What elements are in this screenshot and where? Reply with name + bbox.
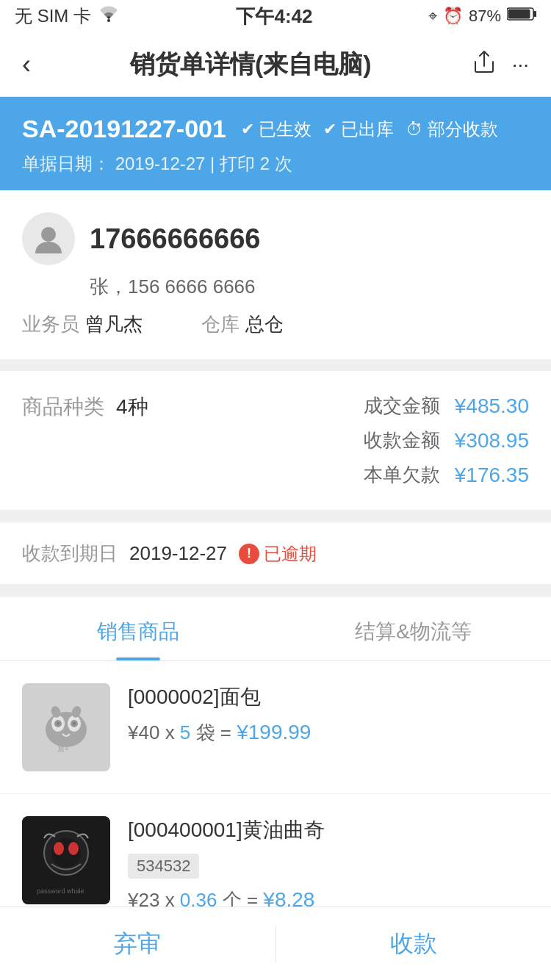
cancel-label: 弃审 xyxy=(114,930,161,956)
location-icon: ⌖ xyxy=(428,7,437,26)
share-button[interactable] xyxy=(471,48,497,80)
order-date: 2019-12-27 xyxy=(115,154,206,173)
stats-left: 商品种类 4种 xyxy=(22,393,148,421)
header-banner: SA-20191227-001 ✔ 已生效 ✔ 已出库 ⏱ 部分收款 单据日期：… xyxy=(0,97,551,190)
receive-amount-label: 收款金额 xyxy=(364,428,440,453)
status-tag-effective: ✔ 已生效 xyxy=(241,118,311,141)
battery-icon xyxy=(507,7,536,26)
battery-text: 87% xyxy=(469,7,501,26)
avatar xyxy=(22,212,75,265)
svg-point-10 xyxy=(57,722,60,725)
svg-rect-2 xyxy=(533,11,536,17)
product-qty-1: 5 xyxy=(180,721,190,743)
svg-point-18 xyxy=(54,842,64,855)
divider-2 xyxy=(0,510,551,522)
category-value: 4种 xyxy=(116,393,148,421)
product-image-1: 晨+ xyxy=(22,683,110,771)
category-label: 商品种类 xyxy=(22,393,104,421)
back-button[interactable]: ‹ xyxy=(22,49,31,80)
product-name-1: [0000002]面包 xyxy=(128,683,529,711)
divider-1 xyxy=(0,359,551,371)
overdue-icon: ! xyxy=(239,544,259,564)
svg-point-19 xyxy=(68,842,79,855)
due-date: 2019-12-27 xyxy=(129,542,227,565)
confirm-button[interactable]: 收款 xyxy=(276,910,552,978)
bottom-bar: 弃审 收款 xyxy=(0,907,551,980)
carrier-text: 无 SIM 卡 xyxy=(15,4,91,28)
alarm-icon: ⏰ xyxy=(443,7,463,26)
product-thumb-1: 晨+ xyxy=(22,683,110,771)
order-id: SA-20191227-001 xyxy=(22,115,226,143)
svg-point-0 xyxy=(107,19,110,22)
tab-sales-products[interactable]: 销售商品 xyxy=(0,597,276,660)
status-time: 下午4:42 xyxy=(236,4,312,29)
status-bar: 无 SIM 卡 下午4:42 ⌖ ⏰ 87% xyxy=(0,0,551,32)
print-info: | 打印 2 次 xyxy=(210,154,292,173)
warehouse-value: 总仓 xyxy=(245,311,284,337)
page-title: 销货单详情(来自电脑) xyxy=(130,48,372,82)
deal-amount-label: 成交金额 xyxy=(364,393,440,419)
stats-row: 商品种类 4种 成交金额 ¥485.30 收款金额 ¥308.95 本单欠款 ¥… xyxy=(22,393,529,488)
customer-section: 17666666666 张，156 6666 6666 业务员 曾凡杰 仓库 总… xyxy=(0,190,551,359)
tab-sales-label: 销售商品 xyxy=(97,620,179,643)
header-banner-bottom: 单据日期： 2019-12-27 | 打印 2 次 xyxy=(22,152,529,176)
check-icon-2: ✔ xyxy=(323,120,336,139)
stats-right: 成交金额 ¥485.30 收款金额 ¥308.95 本单欠款 ¥176.35 xyxy=(364,393,529,488)
deal-amount-value: ¥485.30 xyxy=(455,394,529,418)
receive-amount-item: 收款金额 ¥308.95 xyxy=(364,428,529,453)
nav-bar: ‹ 销货单详情(来自电脑) ··· xyxy=(0,32,551,97)
warehouse-label: 仓库 xyxy=(201,311,240,337)
due-section: 收款到期日 2019-12-27 ! 已逾期 xyxy=(0,523,551,584)
status-tags: ✔ 已生效 ✔ 已出库 ⏱ 部分收款 xyxy=(241,118,498,141)
nav-actions: ··· xyxy=(471,48,529,80)
product-unit-1: 袋 xyxy=(196,721,215,743)
divider-3 xyxy=(0,584,551,596)
product-info-1: [0000002]面包 ¥40 x 5 袋 = ¥199.99 xyxy=(128,683,529,746)
more-button[interactable]: ··· xyxy=(512,53,529,76)
svg-rect-3 xyxy=(508,10,530,19)
wifi-icon xyxy=(97,6,120,26)
cancel-button[interactable]: 弃审 xyxy=(0,910,276,978)
product-item-1: 晨+ [0000002]面包 ¥40 x 5 袋 = ¥199.99 xyxy=(0,661,551,794)
product-total-1: ¥199.99 xyxy=(237,721,311,743)
deal-amount-item: 成交金额 ¥485.30 xyxy=(364,393,529,419)
tabs-bar: 销售商品 结算&物流等 xyxy=(0,597,551,661)
product-image-2: password whale xyxy=(22,816,110,904)
clock-icon: ⏱ xyxy=(406,119,423,140)
overdue-text: 已逾期 xyxy=(264,542,317,566)
product-thumb-2: password whale xyxy=(22,816,110,904)
status-tag-shipped: ✔ 已出库 xyxy=(323,118,394,141)
product-list: 晨+ [0000002]面包 ¥40 x 5 袋 = ¥199.99 xyxy=(0,661,551,936)
customer-salesperson: 业务员 曾凡杰 xyxy=(22,311,143,337)
receive-amount-value: ¥308.95 xyxy=(455,429,529,453)
status-partial-label: 部分收款 xyxy=(428,118,498,141)
status-shipped-label: 已出库 xyxy=(341,118,394,141)
customer-warehouse: 仓库 总仓 xyxy=(201,311,284,337)
svg-text:晨+: 晨+ xyxy=(57,745,69,753)
svg-point-5 xyxy=(46,712,87,747)
svg-text:password whale: password whale xyxy=(37,887,84,895)
overdue-badge: ! 已逾期 xyxy=(239,542,317,566)
product-price-1: ¥40 x 5 袋 = ¥199.99 xyxy=(128,720,529,746)
customer-name: 张，156 6666 6666 xyxy=(90,274,529,300)
status-tag-partial: ⏱ 部分收款 xyxy=(406,118,498,141)
customer-phone: 17666666666 xyxy=(90,223,260,255)
debt-value: ¥176.35 xyxy=(455,464,529,487)
svg-point-11 xyxy=(73,722,76,725)
salesperson-value: 曾凡杰 xyxy=(85,311,143,337)
tab-settlement[interactable]: 结算&物流等 xyxy=(276,597,551,660)
due-label: 收款到期日 xyxy=(22,541,118,566)
status-right: ⌖ ⏰ 87% xyxy=(428,7,536,26)
svg-point-4 xyxy=(41,227,56,242)
product-base-price-1: ¥40 xyxy=(128,721,159,743)
product-name-2: [000400001]黄油曲奇 xyxy=(128,816,529,844)
customer-main: 17666666666 xyxy=(22,212,529,265)
debt-item: 本单欠款 ¥176.35 xyxy=(364,462,529,488)
product-equal-1: = xyxy=(220,721,237,743)
customer-meta: 业务员 曾凡杰 仓库 总仓 xyxy=(22,311,529,337)
status-left: 无 SIM 卡 xyxy=(15,4,120,28)
confirm-label: 收款 xyxy=(390,930,437,956)
stats-section: 商品种类 4种 成交金额 ¥485.30 收款金额 ¥308.95 本单欠款 ¥… xyxy=(0,371,551,510)
header-banner-top: SA-20191227-001 ✔ 已生效 ✔ 已出库 ⏱ 部分收款 xyxy=(22,115,529,143)
check-icon-1: ✔ xyxy=(241,120,254,139)
